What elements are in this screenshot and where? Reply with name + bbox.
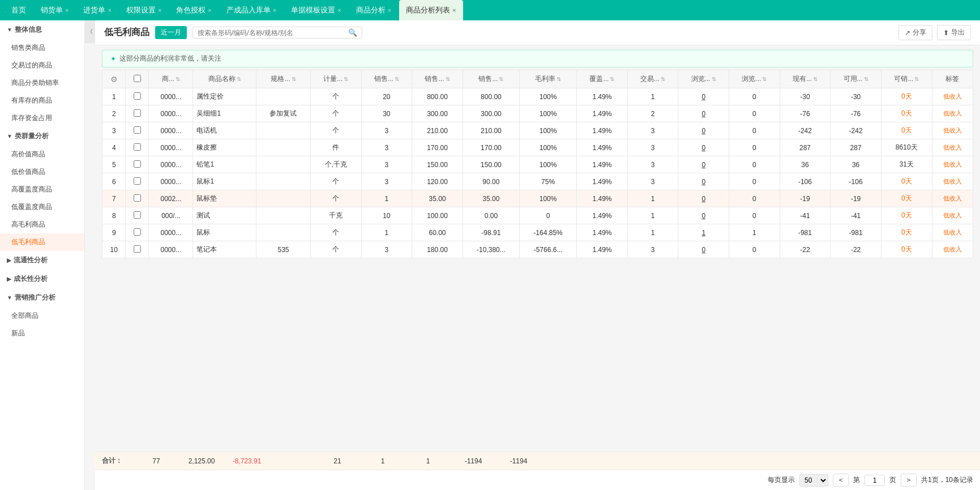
col-code[interactable]: 商...⇅ bbox=[149, 70, 193, 88]
col-tag[interactable]: 标签 bbox=[932, 70, 973, 88]
nav-sales-order[interactable]: 销货单 × bbox=[34, 0, 75, 20]
row-checkbox[interactable] bbox=[134, 143, 141, 151]
sidebar-item-high-margin[interactable]: 高毛利商品 bbox=[0, 216, 84, 233]
sidebar-group-cluster[interactable]: ▼ 类群量分析 bbox=[0, 127, 84, 146]
sidebar-item-low-margin[interactable]: 低毛利商品 bbox=[0, 233, 84, 251]
nav-permission-close[interactable]: × bbox=[158, 7, 161, 14]
page-number-input[interactable] bbox=[865, 475, 885, 486]
sidebar-item-traded-products[interactable]: 交易过的商品 bbox=[0, 57, 84, 74]
nav-template-close[interactable]: × bbox=[337, 7, 341, 14]
date-filter-button[interactable]: 近一月 bbox=[155, 26, 187, 39]
col-current[interactable]: 现有...⇅ bbox=[780, 70, 831, 88]
row-checkbox-cell[interactable] bbox=[126, 173, 149, 190]
sidebar-item-sales-products[interactable]: 销售类商品 bbox=[0, 39, 84, 57]
row-checkbox-cell[interactable] bbox=[126, 105, 149, 122]
nav-role-auth[interactable]: 角色授权 × bbox=[169, 0, 218, 20]
row-checkbox[interactable] bbox=[134, 245, 141, 253]
sidebar-item-all-products[interactable]: 全部商品 bbox=[0, 307, 84, 325]
col-browse1[interactable]: 浏览...⇅ bbox=[678, 70, 729, 88]
nav-product-analysis-list[interactable]: 商品分析列表 × bbox=[399, 0, 463, 20]
page-size-select[interactable]: 50 100 200 bbox=[799, 474, 828, 487]
nav-home[interactable]: 首页 bbox=[5, 0, 33, 20]
nav-analysis-close[interactable]: × bbox=[388, 7, 391, 14]
row-browse1[interactable]: 0 bbox=[678, 105, 729, 122]
col-checkbox[interactable] bbox=[126, 70, 149, 88]
share-button[interactable]: ↗ 分享 bbox=[898, 25, 932, 40]
nav-template-settings[interactable]: 单据模板设置 × bbox=[284, 0, 348, 20]
search-input[interactable] bbox=[198, 29, 348, 37]
sidebar-group-growth[interactable]: ▶ 成长性分析 bbox=[0, 270, 84, 288]
row-checkbox[interactable] bbox=[134, 194, 141, 202]
sidebar-group-overall[interactable]: ▼ 整体信息 bbox=[0, 20, 84, 39]
col-sales-price[interactable]: 销售...⇅ bbox=[412, 70, 463, 88]
row-checkbox[interactable] bbox=[134, 211, 141, 219]
row-code: 000/... bbox=[149, 207, 193, 224]
row-no: 6 bbox=[102, 173, 126, 190]
col-setting[interactable]: ⚙ bbox=[102, 70, 126, 88]
select-all-checkbox[interactable] bbox=[134, 75, 141, 82]
sidebar-item-stock-fund[interactable]: 库存资金占用 bbox=[0, 109, 84, 127]
col-available[interactable]: 可用...⇅ bbox=[831, 70, 881, 88]
col-name[interactable]: 商品名称⇅ bbox=[193, 70, 256, 88]
col-spec[interactable]: 规格...⇅ bbox=[256, 70, 311, 88]
row-checkbox-cell[interactable] bbox=[126, 207, 149, 224]
row-checkbox[interactable] bbox=[134, 160, 141, 168]
row-checkbox-cell[interactable] bbox=[126, 139, 149, 156]
sidebar-group-circulation[interactable]: ▶ 流通性分析 bbox=[0, 251, 84, 270]
row-browse1[interactable]: 0 bbox=[678, 88, 729, 105]
col-saleable[interactable]: 可销...⇅ bbox=[881, 70, 932, 88]
sidebar-collapse-button[interactable]: 《 bbox=[85, 20, 95, 43]
row-checkbox-cell[interactable] bbox=[126, 224, 149, 241]
row-checkbox-cell[interactable] bbox=[126, 122, 149, 139]
export-button[interactable]: ⬆ 导出 bbox=[937, 25, 971, 40]
nav-purchase-order-close[interactable]: × bbox=[108, 7, 111, 14]
sidebar-item-new-products[interactable]: 新品 bbox=[0, 325, 84, 342]
row-browse1[interactable]: 0 bbox=[678, 190, 729, 207]
row-checkbox-cell[interactable] bbox=[126, 241, 149, 258]
nav-permission[interactable]: 权限设置 × bbox=[119, 0, 168, 20]
prev-page-button[interactable]: ＜ bbox=[833, 474, 849, 487]
col-sales-amount[interactable]: 销售...⇅ bbox=[463, 70, 519, 88]
sidebar-item-high-coverage[interactable]: 高覆盖度商品 bbox=[0, 181, 84, 198]
nav-role-auth-close[interactable]: × bbox=[208, 7, 211, 14]
row-checkbox[interactable] bbox=[134, 92, 141, 100]
nav-product-entry-close[interactable]: × bbox=[273, 7, 276, 14]
gear-icon[interactable]: ⚙ bbox=[110, 75, 118, 84]
nav-purchase-order[interactable]: 进货单 × bbox=[76, 0, 118, 20]
sidebar-item-stocked-products[interactable]: 有库存的商品 bbox=[0, 92, 84, 109]
col-transaction[interactable]: 交易...⇅ bbox=[627, 70, 678, 88]
row-browse1[interactable]: 0 bbox=[678, 241, 729, 258]
row-checkbox[interactable] bbox=[134, 177, 141, 185]
next-page-button[interactable]: ＞ bbox=[901, 474, 917, 487]
sidebar-item-high-value[interactable]: 高价值商品 bbox=[0, 146, 84, 163]
nav-product-analysis[interactable]: 商品分析 × bbox=[349, 0, 398, 20]
row-browse1[interactable]: 0 bbox=[678, 139, 729, 156]
row-checkbox[interactable] bbox=[134, 126, 141, 134]
row-browse1[interactable]: 0 bbox=[678, 156, 729, 173]
col-coverage[interactable]: 覆盖...⇅ bbox=[577, 70, 628, 88]
row-available: 36 bbox=[831, 156, 881, 173]
row-checkbox-cell[interactable] bbox=[126, 156, 149, 173]
row-browse1[interactable]: 0 bbox=[678, 122, 729, 139]
sidebar-item-category-rate[interactable]: 商品分类助销率 bbox=[0, 74, 84, 92]
col-browse2[interactable]: 浏览...⇅ bbox=[729, 70, 780, 88]
row-available: 287 bbox=[831, 139, 881, 156]
row-checkbox-cell[interactable] bbox=[126, 88, 149, 105]
row-checkbox[interactable] bbox=[134, 109, 141, 117]
col-gross-rate[interactable]: 毛利率⇅ bbox=[519, 70, 576, 88]
nav-sales-order-close[interactable]: × bbox=[65, 7, 69, 14]
row-checkbox-cell[interactable] bbox=[126, 190, 149, 207]
sidebar-group-marketing[interactable]: ▼ 营销推广分析 bbox=[0, 288, 84, 307]
col-sales-qty[interactable]: 销售...⇅ bbox=[361, 70, 412, 88]
sidebar-item-low-value[interactable]: 低价值商品 bbox=[0, 163, 84, 181]
row-browse1[interactable]: 0 bbox=[678, 173, 729, 190]
col-unit[interactable]: 计量...⇅ bbox=[310, 70, 361, 88]
row-browse1[interactable]: 1 bbox=[678, 224, 729, 241]
row-checkbox[interactable] bbox=[134, 228, 141, 236]
nav-product-entry[interactable]: 产成品入库单 × bbox=[220, 0, 283, 20]
sidebar-item-low-coverage[interactable]: 低覆盖度商品 bbox=[0, 198, 84, 216]
row-browse1[interactable]: 0 bbox=[678, 207, 729, 224]
table-footer: 合计： 77 2,125.00 -8,723.91 21 1 1 -1194 -… bbox=[95, 451, 980, 470]
row-available: -242 bbox=[831, 122, 881, 139]
nav-analysis-list-close[interactable]: × bbox=[452, 7, 456, 14]
